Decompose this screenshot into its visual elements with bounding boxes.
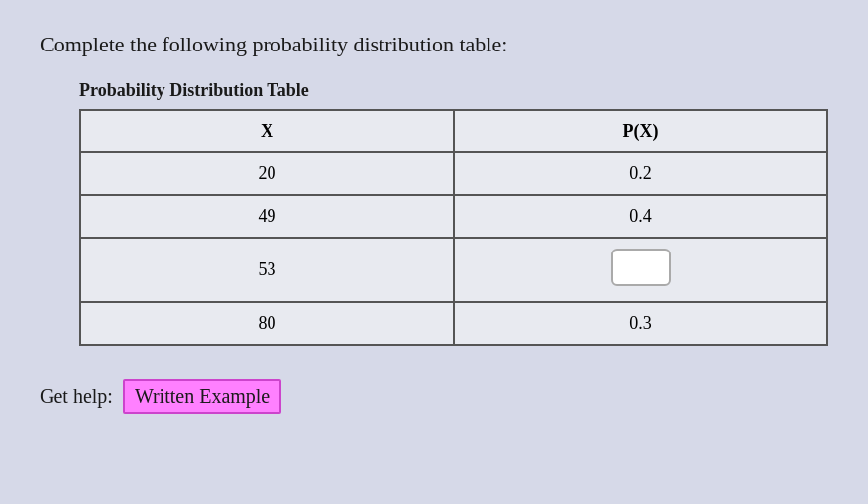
instruction-text: Complete the following probability distr… [40,30,828,60]
cell-px-0: 0.2 [454,152,827,195]
cell-px-1: 0.4 [454,195,827,238]
col-header-x: X [80,110,454,152]
cell-x-0: 20 [80,152,454,195]
table-title: Probability Distribution Table [79,80,828,101]
get-help-label: Get help: [40,385,113,408]
table-row: 53 [80,238,827,302]
table-row: 800.3 [80,302,827,345]
cell-x-3: 80 [80,302,454,345]
table-header-row: X P(X) [80,110,827,152]
table-row: 200.2 [80,152,827,195]
probability-table: X P(X) 200.2490.453800.3 [79,109,828,346]
cell-x-2: 53 [80,238,454,302]
probability-input-2[interactable] [611,249,671,286]
get-help-section: Get help: Written Example [40,379,828,414]
cell-px-2[interactable] [454,238,827,302]
cell-x-1: 49 [80,195,454,238]
written-example-button[interactable]: Written Example [123,379,281,414]
table-row: 490.4 [80,195,827,238]
cell-px-3: 0.3 [454,302,827,345]
main-container: Complete the following probability distr… [0,0,868,504]
col-header-px: P(X) [454,110,827,152]
